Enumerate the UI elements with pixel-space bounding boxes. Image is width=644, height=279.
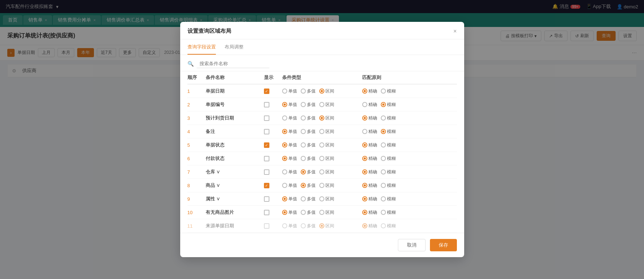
col-match-rule: 匹配原则 bbox=[362, 74, 435, 81]
dialog-close-btn[interactable]: × bbox=[453, 28, 457, 35]
col-cond-type: 条件类型 bbox=[282, 74, 362, 81]
settings-dialog: 设置查询区域布局 × 查询字段设置 布局调整 🔍 顺序 条件名称 显示 条件类型 bbox=[180, 22, 464, 81]
dialog-search-bar: 🔍 bbox=[180, 55, 464, 71]
table-header-row: 顺序 条件名称 显示 条件类型 匹配原则 bbox=[187, 71, 457, 81]
col-name: 条件名称 bbox=[206, 74, 264, 81]
search-icon: 🔍 bbox=[187, 61, 194, 67]
dialog-tab-query[interactable]: 查询字段设置 bbox=[187, 44, 216, 55]
col-display: 显示 bbox=[264, 74, 282, 81]
col-order: 顺序 bbox=[187, 74, 206, 81]
modal-overlay: 设置查询区域布局 × 查询字段设置 布局调整 🔍 顺序 条件名称 显示 条件类型 bbox=[0, 0, 644, 81]
dialog-header: 设置查询区域布局 × bbox=[180, 22, 464, 39]
search-input[interactable] bbox=[197, 59, 269, 68]
dialog-table: 顺序 条件名称 显示 条件类型 匹配原则 1单据日期单值多值区间精确模糊2单据编… bbox=[180, 71, 464, 81]
dialog-tabs: 查询字段设置 布局调整 bbox=[180, 39, 464, 55]
dialog-title: 设置查询区域布局 bbox=[187, 28, 231, 35]
dialog-tab-layout[interactable]: 布局调整 bbox=[225, 44, 244, 55]
